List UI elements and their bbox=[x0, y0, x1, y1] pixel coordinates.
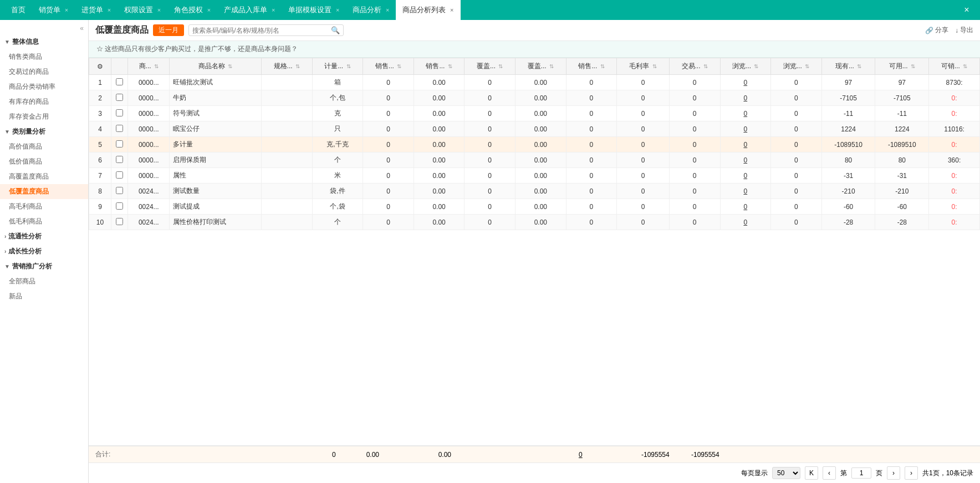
table-cell: 0 bbox=[669, 184, 720, 199]
last-page-button[interactable]: › bbox=[905, 466, 918, 480]
nav-close-role[interactable]: × bbox=[207, 7, 211, 13]
table-cell: 0 bbox=[465, 168, 515, 184]
window-close-button[interactable]: × bbox=[958, 0, 976, 20]
table-cell[interactable]: 0 bbox=[720, 152, 771, 168]
table-cell[interactable] bbox=[111, 90, 128, 106]
th-sellable[interactable]: 可销... ⇅ bbox=[929, 58, 980, 75]
sidebar-item-low-value[interactable]: 低价值商品 bbox=[0, 154, 88, 169]
th-available-stock[interactable]: 可用... ⇅ bbox=[875, 58, 929, 75]
nav-products[interactable]: 产成品入库单 × bbox=[217, 0, 282, 20]
nav-close-sales[interactable]: × bbox=[65, 7, 68, 13]
sidebar-item-all-goods[interactable]: 全部商品 bbox=[0, 274, 88, 289]
sidebar-item-has-stock[interactable]: 有库存的商品 bbox=[0, 94, 88, 109]
table-cell[interactable] bbox=[111, 199, 128, 215]
sidebar-item-traded-goods[interactable]: 交易过的商品 bbox=[0, 64, 88, 79]
table-cell[interactable]: 0 bbox=[720, 121, 771, 137]
table-cell: 0 bbox=[566, 215, 617, 230]
sidebar-item-sales-growth[interactable]: 商品分类动销率 bbox=[0, 79, 88, 94]
table-cell[interactable]: 0 bbox=[720, 199, 771, 215]
sidebar-group-marketing[interactable]: ▼ 营销推广分析 bbox=[0, 259, 88, 274]
arrow-icon-flow: › bbox=[4, 233, 6, 240]
sidebar-group-overall[interactable]: ▼ 整体信息 bbox=[0, 34, 88, 49]
sidebar-item-high-value[interactable]: 高价值商品 bbox=[0, 139, 88, 154]
table-cell: -7105 bbox=[875, 90, 929, 106]
table-cell[interactable] bbox=[111, 121, 128, 137]
nav-permissions[interactable]: 权限设置 × bbox=[118, 0, 167, 20]
table-cell[interactable]: 0 bbox=[720, 137, 771, 152]
export-button[interactable]: ↓ 导出 bbox=[955, 26, 973, 35]
table-cell[interactable]: 0 bbox=[720, 215, 771, 230]
table-cell[interactable]: 0 bbox=[720, 184, 771, 199]
share-button[interactable]: 🔗 分享 bbox=[925, 26, 948, 35]
next-page-button[interactable]: › bbox=[887, 466, 900, 480]
th-browse1[interactable]: 浏览... ⇅ bbox=[720, 58, 771, 75]
table-cell[interactable] bbox=[111, 215, 128, 230]
nav-close-purchase[interactable]: × bbox=[108, 7, 111, 13]
th-sales-amount[interactable]: 销售... ⇅ bbox=[414, 58, 465, 75]
table-cell: 0: bbox=[929, 184, 980, 199]
nav-purchase[interactable]: 进货单 × bbox=[75, 0, 118, 20]
table-cell[interactable]: 0 bbox=[720, 106, 771, 121]
th-transaction[interactable]: 交易... ⇅ bbox=[669, 58, 720, 75]
th-code[interactable]: 商... ⇅ bbox=[128, 58, 170, 75]
sidebar-item-low-coverage[interactable]: 低覆盖度商品 bbox=[0, 184, 88, 199]
th-sales-qty[interactable]: 销售... ⇅ bbox=[363, 58, 414, 75]
table-cell: 8 bbox=[89, 184, 111, 199]
table-cell[interactable]: 0 bbox=[720, 75, 771, 90]
sidebar-item-stock-occupy[interactable]: 库存资金占用 bbox=[0, 109, 88, 124]
table-cell[interactable]: 0 bbox=[720, 90, 771, 106]
nav-close-permissions[interactable]: × bbox=[157, 7, 161, 13]
table-cell[interactable] bbox=[111, 106, 128, 121]
th-coverage1[interactable]: 覆盖... ⇅ bbox=[465, 58, 515, 75]
table-cell[interactable]: 0 bbox=[720, 168, 771, 184]
th-settings[interactable]: ⚙ bbox=[89, 58, 111, 75]
page-number-input[interactable] bbox=[851, 467, 871, 479]
sidebar-group-growth[interactable]: › 成长性分析 bbox=[0, 244, 88, 259]
table-cell: 属性价格打印测试 bbox=[170, 215, 262, 230]
table-cell[interactable] bbox=[111, 75, 128, 90]
nav-analysis[interactable]: 商品分析 × bbox=[346, 0, 396, 20]
th-unit[interactable]: 计量... ⇅ bbox=[312, 58, 363, 75]
sidebar-item-low-profit[interactable]: 低毛利商品 bbox=[0, 214, 88, 229]
th-gross-margin[interactable]: 毛利率 ⇅ bbox=[617, 58, 670, 75]
table-cell[interactable] bbox=[111, 168, 128, 184]
sidebar-item-high-profit[interactable]: 高毛利商品 bbox=[0, 199, 88, 214]
page-size-select[interactable]: 50 10 20 100 bbox=[772, 467, 800, 479]
sidebar-group-quality[interactable]: ▼ 类别量分析 bbox=[0, 124, 88, 139]
table-cell: 0 bbox=[363, 121, 414, 137]
first-page-button[interactable]: K bbox=[805, 466, 818, 480]
sidebar-group-flow[interactable]: › 流通性分析 bbox=[0, 229, 88, 244]
nav-close-products[interactable]: × bbox=[272, 7, 275, 13]
sidebar-item-high-coverage[interactable]: 高覆盖度商品 bbox=[0, 169, 88, 184]
th-spec[interactable]: 规格... ⇅ bbox=[261, 58, 312, 75]
th-name[interactable]: 商品名称 ⇅ bbox=[170, 58, 262, 75]
table-cell[interactable] bbox=[111, 152, 128, 168]
table-cell[interactable] bbox=[111, 184, 128, 199]
nav-close-analysis[interactable]: × bbox=[386, 7, 389, 13]
table-cell: -31 bbox=[875, 168, 929, 184]
th-sales-days[interactable]: 销售... ⇅ bbox=[566, 58, 617, 75]
th-browse2[interactable]: 浏览... ⇅ bbox=[771, 58, 822, 75]
nav-home[interactable]: 首页 bbox=[4, 0, 32, 20]
table-cell[interactable] bbox=[111, 137, 128, 152]
prev-page-button[interactable]: ‹ bbox=[823, 466, 836, 480]
nav-sales[interactable]: 销货单 × bbox=[32, 0, 75, 20]
table-cell: 0 bbox=[363, 90, 414, 106]
table-cell: 0 bbox=[363, 75, 414, 90]
table-cell: 80 bbox=[875, 152, 929, 168]
filter-button[interactable]: 近一月 bbox=[153, 24, 184, 36]
nav-analysis-list[interactable]: 商品分析列表 × bbox=[396, 0, 460, 20]
th-current-stock[interactable]: 现有... ⇅ bbox=[821, 58, 875, 75]
sidebar-item-new-goods[interactable]: 新品 bbox=[0, 289, 88, 304]
nav-close-analysis-list[interactable]: × bbox=[450, 7, 453, 13]
sidebar-collapse-button[interactable]: « bbox=[0, 22, 88, 34]
page-size-label: 每页显示 bbox=[741, 469, 768, 478]
nav-templates[interactable]: 单据模板设置 × bbox=[282, 0, 346, 20]
nav-role[interactable]: 角色授权 × bbox=[167, 0, 217, 20]
th-coverage2[interactable]: 覆盖... ⇅ bbox=[515, 58, 566, 75]
nav-close-templates[interactable]: × bbox=[336, 7, 339, 13]
footer-sales-qty: 0 bbox=[314, 451, 353, 459]
table-cell: 97 bbox=[875, 75, 929, 90]
search-input[interactable] bbox=[192, 27, 331, 34]
sidebar-item-sales-goods[interactable]: 销售类商品 bbox=[0, 49, 88, 64]
